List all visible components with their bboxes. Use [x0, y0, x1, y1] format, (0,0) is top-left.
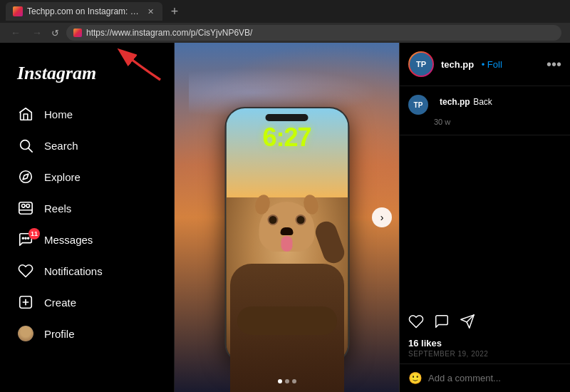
right-panel: TP tech.pp • Foll ••• TP tech.pp Back [399, 43, 570, 392]
search-icon [17, 137, 34, 154]
share-button[interactable] [460, 314, 475, 329]
sidebar-item-messages[interactable]: 11 Messages [9, 224, 165, 255]
address-bar-row: ← → ↺ https://www.instagram.com/p/CisYjv… [0, 23, 570, 43]
profile-icon [17, 325, 34, 342]
sidebar-item-home-label: Home [44, 108, 73, 120]
sidebar-item-profile-label: Profile [44, 328, 75, 340]
reels-icon [17, 200, 34, 217]
comment-input[interactable] [428, 373, 561, 383]
post-more-button[interactable]: ••• [546, 56, 561, 73]
sidebar-item-reels-label: Reels [44, 202, 71, 215]
dot-1 [278, 379, 282, 383]
svg-point-6 [22, 205, 26, 208]
post-avatar-image: TP [410, 53, 432, 76]
svg-point-9 [22, 237, 24, 239]
likes-count: 16 likes [400, 338, 570, 349]
like-button[interactable] [408, 314, 424, 329]
post-image: 6:27 › [175, 43, 399, 392]
comment-input-row: 🙂 [400, 363, 570, 392]
sidebar-item-profile[interactable]: Profile [9, 318, 165, 349]
post-avatar[interactable]: TP [408, 51, 434, 77]
sidebar-item-notifications-label: Notifications [44, 265, 103, 277]
sidebar-item-search[interactable]: Search [9, 130, 165, 161]
messages-icon: 11 [17, 231, 34, 248]
sidebar-item-explore[interactable]: Explore [9, 161, 165, 192]
sidebar-item-create-label: Create [44, 296, 76, 309]
sidebar-item-messages-label: Messages [44, 234, 93, 246]
svg-line-2 [28, 148, 32, 152]
svg-marker-4 [23, 174, 28, 180]
post-header: TP tech.pp • Foll ••• [400, 43, 570, 86]
svg-rect-5 [19, 202, 32, 215]
post-viewer: 6:27 › [175, 43, 399, 392]
phone-notch [266, 114, 309, 121]
browser-chrome: Techpp.com on Instagram: "Back... ✕ + ← … [0, 0, 570, 43]
caption-time: 30 w [408, 118, 561, 126]
tab-favicon [13, 6, 23, 16]
post-header-info: tech.pp • Foll [441, 58, 539, 71]
sidebar: Instagram Home Search Explore [0, 43, 175, 392]
tab-bar: Techpp.com on Instagram: "Back... ✕ + [0, 0, 570, 23]
tab-close-button[interactable]: ✕ [145, 6, 155, 17]
arrow-icon: › [380, 212, 384, 223]
sidebar-item-explore-label: Explore [44, 171, 81, 183]
caption-text: Back [473, 97, 492, 107]
comment-button[interactable] [434, 314, 450, 329]
svg-point-8 [25, 237, 26, 239]
messages-badge: 11 [28, 228, 40, 239]
follow-button[interactable]: • Foll [482, 59, 502, 70]
notifications-icon [17, 262, 34, 279]
post-date: SEPTEMBER 19, 2022 [400, 349, 570, 363]
create-icon [17, 294, 34, 311]
instagram-logo[interactable]: Instagram [9, 54, 165, 98]
post-indicator-dots [278, 379, 296, 383]
caption-username[interactable]: tech.pp [440, 97, 470, 107]
forward-button[interactable]: → [30, 27, 44, 38]
back-button[interactable]: ← [9, 27, 23, 38]
address-bar[interactable]: https://www.instagram.com/p/CisYjvNP6VB/ [66, 25, 561, 41]
sidebar-item-reels[interactable]: Reels [9, 192, 165, 224]
svg-point-10 [28, 237, 29, 239]
new-tab-button[interactable]: + [165, 2, 184, 21]
dot-2 [285, 379, 289, 383]
post-actions [400, 305, 570, 338]
home-icon [17, 105, 34, 123]
sidebar-item-home[interactable]: Home [9, 98, 165, 130]
caption-avatar: TP [408, 95, 428, 115]
instagram-app: Instagram Home Search Explore [0, 43, 570, 392]
dot-3 [292, 379, 296, 383]
svg-point-3 [20, 171, 32, 183]
post-caption: TP tech.pp Back 30 w [400, 86, 570, 135]
address-favicon [73, 29, 82, 37]
sidebar-item-notifications[interactable]: Notifications [9, 255, 165, 287]
svg-point-7 [26, 205, 30, 208]
explore-icon [17, 168, 34, 185]
url-text: https://www.instagram.com/p/CisYjvNP6VB/ [86, 28, 252, 38]
main-content: 6:27 › [175, 43, 570, 392]
reload-button[interactable]: ↺ [51, 28, 59, 38]
sidebar-item-search-label: Search [44, 140, 78, 152]
phone-time: 6:27 [262, 123, 311, 153]
emoji-button[interactable]: 🙂 [408, 371, 423, 385]
next-post-arrow[interactable]: › [372, 207, 392, 227]
post-username[interactable]: tech.pp [441, 59, 474, 70]
sidebar-item-create[interactable]: Create [9, 287, 165, 318]
active-tab[interactable]: Techpp.com on Instagram: "Back... ✕ [6, 2, 162, 21]
tab-title: Techpp.com on Instagram: "Back... [27, 6, 141, 16]
